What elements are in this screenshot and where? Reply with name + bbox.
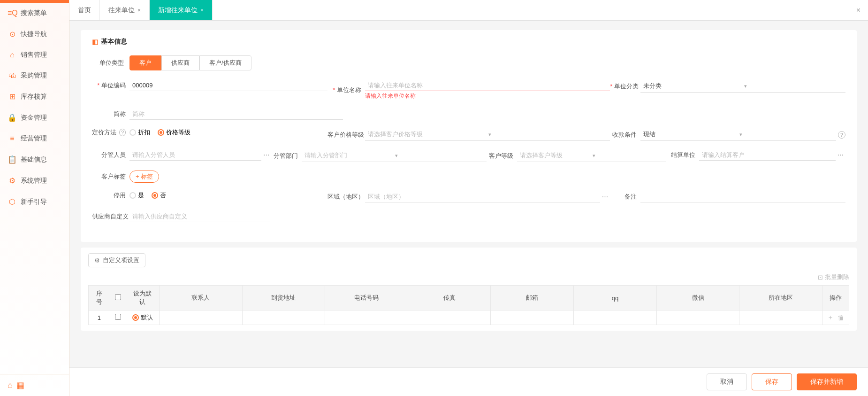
guide-icon: ⬡ (8, 197, 17, 206)
level-radio-circle (158, 129, 164, 136)
customer-price-select[interactable]: 请选择客户价格等级 ▾ (365, 128, 610, 141)
unit-type-row: 单位类型 客户 供应商 客户/供应商 (92, 55, 845, 70)
notes-input[interactable] (640, 191, 845, 202)
home-circle-icon: ⊙ (8, 30, 17, 39)
select-all-checkbox[interactable] (115, 294, 121, 300)
sidebar-item-basic-info[interactable]: 📋 基础信息 (0, 149, 69, 170)
bar-chart-icon[interactable]: ▦ (16, 380, 24, 390)
search-icon: ≡Q (8, 9, 17, 17)
supplier-custom-input[interactable] (129, 211, 270, 222)
department-label: 分管部门 (271, 152, 302, 160)
region-more-button[interactable]: ··· (600, 193, 610, 201)
customer-level-select[interactable]: 请选择客户等级 ▾ (517, 149, 666, 162)
pricing-help-icon[interactable]: ? (119, 129, 126, 136)
cell-phone[interactable] (325, 311, 408, 325)
pricing-method-label: 定价方法 ? (92, 128, 129, 137)
unit-name-input[interactable] (365, 80, 610, 91)
address-input[interactable] (247, 314, 320, 321)
row-checkbox[interactable] (115, 314, 121, 320)
sidebar-item-quick-nav[interactable]: ⊙ 快捷导航 (0, 23, 69, 45)
manager-input[interactable] (129, 149, 261, 161)
save-and-add-button[interactable]: 保存并新增 (797, 373, 857, 390)
form-row-code-name: 单位编码 单位名称 请输入往来单位名称 单位分类 未分类 ▾ (92, 80, 845, 100)
pricing-radio-discount[interactable]: 折扣 (129, 128, 150, 137)
form-row-supplier-custom: 供应商自定义 (92, 211, 845, 222)
region-input[interactable] (365, 191, 600, 202)
no-radio-circle (152, 192, 158, 199)
department-select[interactable]: 请输入分管部门 ▾ (302, 149, 487, 162)
cell-address[interactable] (242, 311, 325, 325)
unit-code-label: 单位编码 (92, 81, 129, 90)
cell-contact[interactable] (160, 311, 243, 325)
cancel-button[interactable]: 取消 (707, 373, 747, 390)
cell-qq[interactable] (574, 311, 657, 325)
unit-type-customer-button[interactable]: 客户 (129, 55, 161, 70)
payment-help-icon[interactable]: ? (838, 131, 845, 139)
customer-level-field: 客户等级 请选择客户等级 ▾ (487, 149, 666, 162)
disabled-radio-group: 是 否 (129, 191, 166, 200)
form-row-tags: 客户标签 + 标签 (92, 171, 845, 183)
unit-category-select[interactable]: 未分类 ▾ (640, 80, 845, 93)
cell-default[interactable]: 默认 (126, 311, 159, 325)
sidebar-item-guide[interactable]: ⬡ 新手引导 (0, 191, 69, 212)
batch-delete-button[interactable]: ⊡ 批量删除 (818, 273, 849, 281)
chevron-down-icon: ▾ (739, 132, 833, 138)
tab-partner[interactable]: 往来单位 × (100, 0, 150, 20)
sidebar-item-inventory[interactable]: ⊞ 库存核算 (0, 86, 69, 107)
payment-condition-select[interactable]: 现结 ▾ (640, 128, 836, 141)
bag-icon: 🛍 (8, 71, 17, 80)
sidebar-item-system[interactable]: ⚙ 系统管理 (0, 170, 69, 191)
contact-input[interactable] (164, 314, 237, 321)
qq-input[interactable] (579, 314, 652, 321)
disabled-no-radio[interactable]: 否 (152, 191, 166, 200)
tab-new-partner-close[interactable]: × (200, 7, 204, 14)
delete-row-button[interactable]: 🗑 (838, 314, 844, 321)
home-icon[interactable]: ⌂ (8, 380, 13, 390)
notes-label: 备注 (610, 193, 640, 201)
settlement-unit-input[interactable] (699, 149, 836, 161)
settlement-more-button[interactable]: ··· (836, 151, 845, 159)
chevron-down-icon: ▾ (593, 153, 663, 159)
save-button[interactable]: 保存 (752, 373, 792, 390)
add-tag-button[interactable]: + 标签 (129, 171, 159, 183)
sidebar-item-sales[interactable]: ⌂ 销售管理 (0, 45, 69, 65)
unit-type-both-button[interactable]: 客户/供应商 (199, 55, 251, 70)
email-input[interactable] (495, 314, 569, 321)
cell-fax[interactable] (408, 311, 491, 325)
cell-wechat[interactable] (656, 311, 739, 325)
sidebar-item-search[interactable]: ≡Q 搜索菜单 (0, 3, 69, 23)
unit-code-field: 单位编码 (92, 80, 327, 91)
cell-email[interactable] (491, 311, 574, 325)
unit-type-supplier-button[interactable]: 供应商 (161, 55, 199, 70)
add-row-button[interactable]: ＋ (827, 313, 834, 322)
cell-region[interactable] (739, 311, 822, 325)
pricing-radio-level[interactable]: 价格等级 (158, 128, 190, 137)
sidebar-item-operations[interactable]: ≡ 经营管理 (0, 128, 69, 149)
wechat-input[interactable] (662, 314, 735, 321)
tab-home[interactable]: 首页 (69, 0, 100, 20)
fax-input[interactable] (413, 314, 486, 321)
tab-new-partner[interactable]: 新增往来单位 × (150, 0, 213, 20)
unit-category-label: 单位分类 (610, 82, 640, 91)
unit-name-error: 请输入往来单位名称 (365, 92, 610, 100)
unit-code-input[interactable] (129, 80, 327, 91)
phone-input[interactable] (330, 314, 403, 321)
tab-partner-close[interactable]: × (137, 7, 141, 14)
sidebar-item-purchase[interactable]: 🛍 采购管理 (0, 65, 69, 86)
lock-icon: 🔒 (8, 113, 17, 122)
custom-settings-button[interactable]: ⚙ 自定义项设置 (88, 253, 145, 267)
sidebar-item-finance[interactable]: 🔒 资金管理 (0, 107, 69, 128)
supplier-custom-label: 供应商自定义 (92, 212, 129, 221)
unit-name-field: 单位名称 请输入往来单位名称 (327, 80, 610, 100)
disabled-yes-radio[interactable]: 是 (129, 191, 144, 200)
close-all-tabs-button[interactable]: × (849, 6, 868, 15)
short-name-input[interactable] (129, 109, 343, 120)
disabled-field: 停用 是 否 (92, 191, 327, 200)
default-radio[interactable]: 默认 (132, 313, 153, 322)
notes-field: 备注 (610, 191, 845, 202)
manager-more-button[interactable]: ··· (261, 151, 271, 159)
sidebar-bottom: ⌂ ▦ (0, 374, 69, 396)
col-actions: 操作 (822, 286, 849, 311)
box-icon: ⊞ (8, 92, 17, 101)
cell-region-input[interactable] (744, 314, 817, 321)
